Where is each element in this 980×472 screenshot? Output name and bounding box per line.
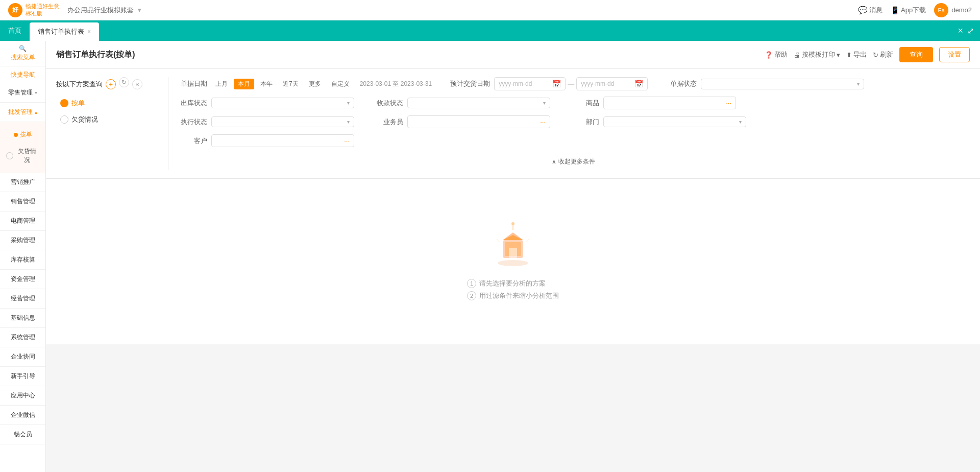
- sidebar-item-finance[interactable]: 资金管理: [0, 270, 45, 289]
- purchase-label: 采购管理: [11, 236, 35, 245]
- date-tab-last-7days[interactable]: 近7天: [279, 79, 303, 89]
- user-area[interactable]: Ea demo2: [934, 3, 972, 17]
- top-bar-right: 💬 消息 📱 App下载 Ea demo2: [858, 3, 972, 17]
- sidebar-item-operations[interactable]: 经营管理: [0, 289, 45, 309]
- sidebar-search[interactable]: 🔍 搜索菜单: [0, 41, 45, 66]
- receive-dropdown-icon: ▾: [543, 100, 546, 106]
- customer-more-icon[interactable]: ···: [344, 137, 350, 145]
- exec-status-select[interactable]: ▾: [211, 116, 354, 127]
- doc-status-select[interactable]: ▾: [701, 79, 864, 89]
- export-button[interactable]: ⬆ 导出: [846, 50, 867, 59]
- sidebar-sub-item-欠货[interactable]: 欠货情况: [0, 143, 45, 169]
- sidebar-item-marketing[interactable]: 营销推广: [0, 173, 45, 192]
- svg-line-9: [526, 239, 529, 243]
- filter-dept-item: 部门 ▾: [569, 116, 746, 127]
- sidebar-item-basic-info[interactable]: 基础信息: [0, 309, 45, 328]
- scheme-item-欠货-label: 欠货情况: [71, 115, 98, 124]
- app-download-button[interactable]: 📱 App下载: [891, 6, 926, 15]
- ship-status-select[interactable]: ▾: [211, 98, 354, 108]
- help-button[interactable]: ❓ 帮助: [765, 50, 788, 59]
- customer-input[interactable]: ···: [211, 134, 354, 147]
- sidebar-item-system[interactable]: 系统管理: [0, 328, 45, 347]
- forecast-date-start[interactable]: yyyy-mm-dd 📅: [494, 77, 566, 90]
- scheme-item-按单[interactable]: 按单: [56, 96, 162, 111]
- date-tab-this-year[interactable]: 本年: [256, 79, 277, 89]
- exec-status-label: 执行状态: [177, 117, 207, 127]
- refresh-button[interactable]: ↻ 刷新: [873, 50, 893, 59]
- filter-customer-item: 客户 ···: [177, 134, 354, 147]
- sidebar-item-guide[interactable]: 新手引导: [0, 367, 45, 386]
- exec-dropdown-icon: ▾: [347, 119, 350, 125]
- sidebar-item-appstore[interactable]: 应用中心: [0, 386, 45, 406]
- filter-content-panel: 单据日期 上月 本月 本年 近7天 更多 自定义 2023-03-01 至 20…: [168, 77, 970, 170]
- salesperson-more-icon[interactable]: ···: [540, 118, 546, 126]
- tab-actions: × ⤢: [958, 26, 980, 36]
- doc-status-label: 单据状态: [666, 79, 697, 88]
- customer-label: 客户: [177, 136, 207, 146]
- refresh-scheme-button[interactable]: ↻: [119, 77, 129, 87]
- settings-button[interactable]: 设置: [939, 47, 970, 62]
- empty-state: 1 请先选择要分析的方案 2 用过滤条件来缩小分析范围: [46, 179, 980, 344]
- sidebar-item-sales[interactable]: 销售管理: [0, 192, 45, 211]
- goods-more-icon[interactable]: ···: [726, 99, 731, 107]
- inactive-scheme-circle: [60, 115, 68, 124]
- active-tab-label: 销售订单执行表: [38, 27, 84, 36]
- forecast-end-placeholder: yyyy-mm-dd: [581, 80, 614, 87]
- retail-arrow-icon: ▾: [35, 90, 37, 96]
- hint-item-2: 2 用过滤条件来缩小分析范围: [467, 291, 559, 300]
- print-button[interactable]: 🖨 按模板打印 ▾: [794, 50, 840, 59]
- salesperson-input[interactable]: ···: [407, 115, 550, 128]
- scheme-item-欠货[interactable]: 欠货情况: [56, 112, 162, 127]
- sidebar-item-ecommerce[interactable]: 电商管理: [0, 211, 45, 231]
- filter-row-3: 执行状态 ▾ 业务员 ···: [177, 115, 970, 128]
- forecast-date-end[interactable]: yyyy-mm-dd 📅: [576, 77, 648, 90]
- sidebar-item-cooperation[interactable]: 企业协同: [0, 347, 45, 367]
- filter-doc-status-item: 单据状态 ▾: [666, 79, 864, 89]
- tab-sales-order[interactable]: 销售订单执行表 ×: [30, 22, 99, 41]
- marketing-label: 营销推广: [11, 178, 35, 186]
- user-name: demo2: [951, 6, 972, 14]
- filter-goods-item: 商品 ···: [569, 97, 736, 109]
- tab-close-window-icon[interactable]: ×: [958, 26, 963, 36]
- sidebar-item-retail[interactable]: 零售管理 ▾: [0, 83, 45, 103]
- collapse-scheme-button[interactable]: «: [132, 79, 142, 89]
- svg-rect-5: [509, 248, 517, 258]
- receive-status-select[interactable]: ▾: [407, 98, 550, 108]
- tab-close-icon[interactable]: ×: [87, 28, 91, 35]
- sidebar-quick-nav[interactable]: 快捷导航: [0, 66, 45, 83]
- sidebar: 🔍 搜索菜单 快捷导航 零售管理 ▾ 批发管理 ▴ 按单 欠货情况 营销推广: [0, 41, 46, 472]
- ecommerce-label: 电商管理: [11, 217, 35, 225]
- filter-row-1: 单据日期 上月 本月 本年 近7天 更多 自定义 2023-03-01 至 20…: [177, 77, 970, 90]
- date-separator: —: [568, 80, 574, 88]
- svg-line-8: [497, 239, 500, 243]
- sub-item-欠货-label: 欠货情况: [15, 147, 39, 164]
- goods-input[interactable]: ···: [603, 97, 736, 109]
- sidebar-item-purchase[interactable]: 采购管理: [0, 231, 45, 250]
- sidebar-sub-item-按单[interactable]: 按单: [0, 126, 45, 143]
- date-tab-last-month[interactable]: 上月: [211, 79, 232, 89]
- message-icon: 💬: [858, 6, 868, 15]
- collapse-more-button[interactable]: ∧ 收起更多条件: [177, 153, 970, 170]
- app-title: 办公用品行业模拟账套: [67, 6, 134, 15]
- title-dropdown-icon[interactable]: ▾: [138, 6, 141, 14]
- date-tab-this-month[interactable]: 本月: [234, 79, 254, 89]
- filter-row-2: 出库状态 ▾ 收款状态 ▾: [177, 97, 970, 109]
- filter-salesperson-item: 业务员 ···: [373, 115, 550, 128]
- wholesale-arrow-icon: ▴: [35, 109, 37, 115]
- message-button[interactable]: 💬 消息: [858, 6, 883, 15]
- sidebar-item-inventory[interactable]: 库存核算: [0, 250, 45, 270]
- date-tab-custom[interactable]: 自定义: [327, 79, 354, 89]
- ship-status-label: 出库状态: [177, 99, 207, 108]
- sidebar-item-wechat[interactable]: 企业微信: [0, 406, 45, 425]
- date-tab-more[interactable]: 更多: [305, 79, 325, 89]
- wholesale-label: 批发管理: [8, 108, 33, 116]
- sidebar-item-wholesale[interactable]: 批发管理 ▴: [0, 103, 45, 122]
- cooperation-label: 企业协同: [11, 352, 35, 361]
- add-scheme-button[interactable]: +: [106, 79, 116, 89]
- tab-maximize-icon[interactable]: ⤢: [967, 26, 974, 36]
- sidebar-item-member[interactable]: 畅会员: [0, 425, 45, 444]
- page-title: 销售订单执行表(按单): [56, 50, 135, 60]
- tab-home[interactable]: 首页: [0, 20, 30, 41]
- query-button[interactable]: 查询: [899, 47, 933, 62]
- dept-select[interactable]: ▾: [603, 116, 746, 127]
